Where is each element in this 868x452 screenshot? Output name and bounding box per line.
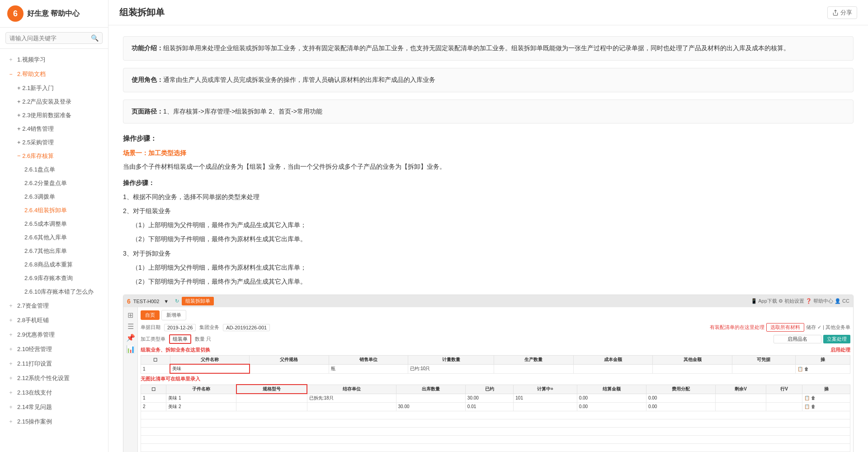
sidebar-nav: + 1.视频学习 − 2.帮助文档 + 2.1新手入门 + 2.2产品安装及登录…: [0, 49, 108, 452]
sidebar-item-coupon[interactable]: + 2.9优惠券管理: [0, 328, 108, 342]
sidebar-item-faq[interactable]: + 2.14常见问题: [0, 400, 108, 414]
sidebar-item-video-label: 1.视频学习: [17, 56, 46, 64]
th-actions: 操: [795, 356, 850, 365]
nav-btn[interactable]: 组装拆卸单: [182, 297, 214, 305]
mini-icon-home: ⊞: [127, 311, 133, 319]
sidebar-item-inventory[interactable]: − 2.6库存核算: [0, 149, 108, 163]
screenshot-body: ⊞ ☰ 📌 📊 自页 新增单: [123, 307, 853, 452]
search-icon[interactable]: 🔍: [91, 34, 99, 42]
sidebar-item-faq-label: 2.14常见问题: [17, 403, 52, 411]
form-no-val[interactable]: AD-20191226-001: [223, 324, 270, 331]
sidebar-item-sales[interactable]: + 2.4销售管理: [0, 122, 108, 136]
nav-sub-items-help: + 2.1新手入门 + 2.2产品安装及登录 + 2.3使用前数据准备 + 2.…: [0, 81, 108, 299]
form-no-label: 集团业务: [199, 324, 219, 331]
sidebar-item-splitcheck[interactable]: 2.6.2分量盘点单: [0, 176, 108, 190]
sidebar-item-out[interactable]: 2.6.7其他出库单: [0, 244, 108, 258]
bth-spec: 规格型号: [236, 385, 307, 394]
minus-icon: −: [17, 152, 22, 159]
sidebar-header: 6 好生意 帮助中心: [0, 0, 108, 28]
table-row: [141, 435, 850, 443]
sidebar-item-ops[interactable]: + 2.10经营管理: [0, 342, 108, 357]
minus-icon: −: [7, 71, 14, 78]
bot-table-wrap: ☐ 子件名称 规格型号 结存单位 出库数量 已约 计算中+ 结算金额 费用分配: [141, 384, 850, 452]
mini-icon-list: ☰: [127, 322, 134, 331]
nav-section-cases: + 2.15操作案例: [0, 414, 108, 429]
bth-check: ☐: [141, 385, 166, 394]
process-btn[interactable]: 选取所有材料: [766, 323, 804, 332]
qty-label: 数量 只: [195, 336, 211, 343]
plus-icon8: +: [7, 389, 14, 396]
sidebar-item-data[interactable]: + 2.3使用前数据准备: [0, 109, 108, 122]
sidebar-item-print[interactable]: + 2.11打印设置: [0, 357, 108, 371]
nav-btn-new[interactable]: 新增单: [161, 310, 186, 320]
plus-icon10: +: [7, 418, 14, 425]
sidebar-item-cases-label: 2.15操作案例: [17, 418, 52, 426]
plus-icon: +: [17, 139, 22, 146]
bth-calc: 计算中+: [514, 385, 577, 394]
sidebar-item-newbie[interactable]: + 2.1新手入门: [0, 81, 108, 95]
search-input[interactable]: [9, 35, 91, 42]
bth-booked: 已约: [465, 385, 513, 394]
type-row: 加工类型单 组装单 数量 只 启用品名 立案处理: [141, 334, 850, 344]
sidebar-item-finance-label: 2.7资金管理: [17, 302, 49, 310]
sidebar-item-wrong[interactable]: 2.6.10库存账本错了怎么办: [0, 285, 108, 299]
sidebar-item-finance[interactable]: + 2.7资金管理: [0, 299, 108, 313]
sidebar-item-query[interactable]: 2.6.9库存账本查询: [0, 271, 108, 285]
nav-section-video: + 1.视频学习: [0, 52, 108, 67]
table-row: [141, 419, 850, 427]
sidebar-item-purchase[interactable]: + 2.5采购管理: [0, 136, 108, 149]
step3: 3、对于拆卸业务: [123, 248, 854, 259]
logo-icon: 6: [7, 5, 24, 22]
form-date-val[interactable]: 2019-12-26: [164, 324, 196, 331]
bth-actions: 操: [802, 385, 850, 394]
plus-icon3: +: [7, 317, 14, 324]
sidebar-item-assembly[interactable]: 2.6.4组装拆卸单: [0, 204, 108, 217]
step2-1: （1）上部明细为父件明细，最终作为产成品生成其它入库单；: [123, 219, 854, 231]
sidebar-item-video[interactable]: + 1.视频学习: [0, 52, 108, 67]
mini-sidebar: ⊞ ☰ 📌 📊: [123, 307, 138, 452]
sidebar-item-cost[interactable]: 2.6.5成本调整单: [0, 217, 108, 231]
nav-btn-active[interactable]: 自页: [141, 310, 160, 320]
enable-input[interactable]: 启用品名: [774, 335, 821, 343]
type-val[interactable]: 组装单: [169, 334, 191, 344]
role-text: 通常由生产人员或库管人员完成拆装业务的操作，库管人员确认原材料的出库和产成品的入…: [163, 76, 435, 83]
sidebar-item-help[interactable]: − 2.帮助文档: [0, 67, 108, 81]
search-wrap[interactable]: 🔍: [5, 32, 103, 44]
sidebar-item-stockcheck[interactable]: 2.6.1盘点单: [0, 163, 108, 176]
bth-unit: 结存单位: [307, 385, 396, 394]
bth-left: 剩余V: [716, 385, 766, 394]
sidebar-item-payment[interactable]: + 2.13在线支付: [0, 385, 108, 400]
nav-section-customize: + 2.12系统个性化设置: [0, 371, 108, 385]
step2-2: （2）下部明细为子件明细，最终作为原材料生成其它出库单。: [123, 233, 854, 245]
plus-icon4: +: [7, 331, 14, 338]
th-other: 其他金额: [653, 356, 732, 365]
nav-section-mobile: + 2.8手机旺铺: [0, 313, 108, 328]
app-nav-bar: 自页 新增单: [141, 310, 850, 320]
bom-annotation: 有装配清单的在这里处理: [710, 324, 764, 331]
step2: 2、对于组装业务: [123, 205, 854, 217]
sidebar-item-mobile[interactable]: + 2.8手机旺铺: [0, 313, 108, 328]
sidebar-item-in[interactable]: 2.6.6其他入库单: [0, 231, 108, 244]
share-label: 分享: [840, 9, 852, 17]
step3-2: （2）下部明细为子件明细，最终作为产成品生成其它入库单。: [123, 276, 854, 287]
share-button[interactable]: 分享: [827, 6, 857, 19]
sidebar-item-customize[interactable]: + 2.12系统个性化设置: [0, 371, 108, 385]
td-mcount: 已约:10只: [408, 364, 494, 373]
role-block: 使用角色：通常由生产人员或库管人员完成拆装业务的操作，库管人员确认原材料的出库和…: [123, 68, 854, 92]
sidebar-item-costcalc[interactable]: 2.6.8商品成本重算: [0, 258, 108, 271]
sidebar-item-adjust[interactable]: 2.6.3调拨单: [0, 190, 108, 204]
sidebar-item-cases[interactable]: + 2.15操作案例: [0, 414, 108, 429]
sidebar-item-install[interactable]: + 2.2产品安装及登录: [0, 95, 108, 109]
content-area: 功能介绍：组装拆卸单用来处理企业组装或拆卸等加工业务，支持有固定装配清单的产品加…: [108, 25, 868, 452]
th-pcount: 生产数量: [494, 356, 574, 365]
plus-icon: +: [17, 125, 22, 132]
path-block: 页面路径：1、库存核算->库存管理->组装拆卸单 2、首页->常用功能: [123, 100, 854, 124]
sidebar-item-mobile-label: 2.8手机旺铺: [17, 316, 49, 324]
bar-text: TEST-H002: [133, 299, 159, 304]
table-row: [141, 427, 850, 435]
bth-sname: 子件名称: [166, 385, 236, 394]
nav-section-help: − 2.帮助文档 + 2.1新手入门 + 2.2产品安装及登录 + 2.3使用前…: [0, 67, 108, 299]
td-act: 📋 🗑: [795, 364, 850, 373]
action-btn[interactable]: 立案处理: [823, 335, 850, 343]
share-icon: [832, 10, 839, 16]
